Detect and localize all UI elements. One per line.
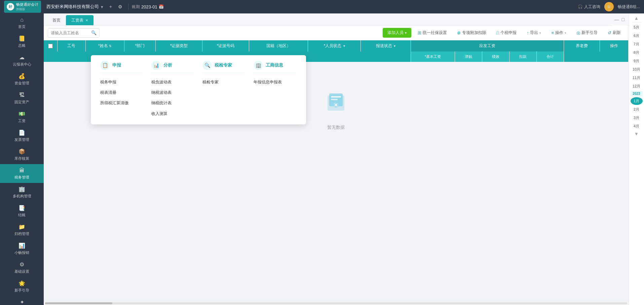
logo-sub: 旗舰版 <box>16 7 38 11</box>
cal-month-3[interactable]: 3月 <box>631 114 643 122</box>
guide-button[interactable]: ◎ 新手引导 <box>573 28 601 37</box>
main-content: 首页 工资表 ✕ 🔍 添加人员 ▾ ⊞ 统一社保设置 ⊕ <box>44 13 629 305</box>
search-input[interactable] <box>51 31 91 35</box>
menu-section-fenxi-header: 📊 分析 <box>151 61 194 73</box>
menu-item-taxburden[interactable]: 税负波动表 <box>151 77 194 87</box>
fund-icon: 💰 <box>18 73 25 79</box>
cal-month-6[interactable]: 6月 <box>631 32 643 40</box>
user-avatar: U <box>604 2 614 11</box>
cal-month-12[interactable]: 12月 <box>631 82 643 90</box>
sidebar-item-ledger[interactable]: 📒 总账 <box>0 32 44 51</box>
app-layout: ⌂ 首页 📒 总账 ☁ 云报表中心 💰 资金管理 🏗 固定资产 💵 工资 📄 发… <box>0 13 644 305</box>
tab-salary[interactable]: 工资表 ✕ <box>66 15 93 25</box>
th-idno: *证据号码 <box>202 40 249 51</box>
taxexpert-title: 税检专家 <box>215 62 232 68</box>
menu-item-annual[interactable]: 年报信息申报表 <box>254 77 297 87</box>
sidebar-item-salary[interactable]: 💵 工资 <box>0 108 44 126</box>
add-company-button[interactable]: ＋ <box>106 2 115 11</box>
sidebar-item-fund[interactable]: 💰 资金管理 <box>0 70 44 89</box>
th-base-salary: *基本工资 <box>411 51 455 62</box>
operate-button[interactable]: ≡ 操作 ▾ <box>547 28 570 37</box>
th-salary-group: 应发工资 <box>411 40 564 51</box>
member-icon: ✦ <box>20 299 24 305</box>
export-button[interactable]: ↑ 导出 ▾ <box>523 28 545 37</box>
maximize-icon[interactable]: □ <box>622 17 624 22</box>
operate-dropdown-icon: ▾ <box>565 31 566 35</box>
guide-label: 新手引导 <box>581 30 598 36</box>
app-logo: 好 畅捷通好会计 旗舰版 <box>4 1 41 13</box>
scrollbar-track[interactable] <box>45 302 627 304</box>
svg-rect-3 <box>331 99 338 100</box>
th-name: *姓名⇅ <box>86 40 124 51</box>
sidebar-item-settings[interactable]: ⚙ 基础设置 <box>0 258 44 277</box>
add-person-button[interactable]: 添加人员 ▾ <box>383 28 411 38</box>
menu-item-taxexpert[interactable]: 税检专家 <box>202 77 245 87</box>
multi-icon: 🏢 <box>18 186 25 192</box>
refresh-button[interactable]: ↺ 刷新 <box>604 28 624 37</box>
settings-icon[interactable]: ⚙ <box>115 2 125 11</box>
filter-status-icon[interactable]: ▾ <box>343 44 345 48</box>
cal-nav-up[interactable]: ▲ <box>632 15 641 22</box>
help-button[interactable]: 🎧 人工咨询 <box>578 4 600 10</box>
guide-icon: 🌟 <box>18 280 25 287</box>
cloud-icon: ☁ <box>19 54 25 61</box>
company-selector[interactable]: 西安虾米网络科技有限公司 ▾ <box>46 4 103 10</box>
calendar-icon[interactable]: 📅 <box>159 4 164 9</box>
tab-close-icon[interactable]: ✕ <box>85 18 88 22</box>
guide-toolbar-icon: ◎ <box>576 30 580 35</box>
tax-report-button[interactable]: □ 个税申报 <box>493 28 520 37</box>
sidebar-item-settle[interactable]: 📑 结账 <box>0 202 44 221</box>
sidebar-item-cloud[interactable]: ☁ 云报表中心 <box>0 51 44 70</box>
period-label: 账期 <box>132 4 140 10</box>
period-value: 2023-01 <box>141 4 157 9</box>
fenxi-title: 分析 <box>163 62 172 68</box>
cal-month-2[interactable]: 2月 <box>631 106 643 113</box>
archive-icon: 📁 <box>18 224 25 230</box>
filter-report-icon[interactable]: ▾ <box>394 44 395 48</box>
sidebar-item-guide[interactable]: 🌟 新手引导 <box>0 277 44 296</box>
tab-home[interactable]: 首页 <box>47 15 66 25</box>
cal-month-11[interactable]: 11月 <box>631 74 643 82</box>
cal-month-1-active[interactable]: 1月 <box>631 97 643 105</box>
th-performance: 绩效 <box>482 51 509 62</box>
taxexpert-icon: 🔍 <box>202 61 212 70</box>
scrollbar-thumb[interactable] <box>45 302 112 304</box>
fenxi-icon: 📊 <box>151 61 161 70</box>
add-person-label: 添加人员 <box>387 30 404 36</box>
cal-month-10[interactable]: 10月 <box>631 66 643 73</box>
cal-nav-down[interactable]: ▼ <box>632 130 641 137</box>
cal-month-8[interactable]: 8月 <box>631 49 643 56</box>
tab-window-controls: — □ <box>612 13 627 26</box>
sidebar-item-member[interactable]: ✦ 畅会员 <box>0 296 44 305</box>
th-allowance: 津贴 <box>455 51 482 62</box>
sidebar-item-home[interactable]: ⌂ 首页 <box>0 13 44 32</box>
menu-item-taxreport[interactable]: 税务申报 <box>100 77 143 87</box>
tab-bar: 首页 工资表 ✕ <box>44 13 629 26</box>
menu-item-income[interactable]: 收入测算 <box>151 109 194 119</box>
cal-month-9[interactable]: 9月 <box>631 57 643 65</box>
sidebar-item-report[interactable]: 📊 小畅报销 <box>0 239 44 258</box>
sidebar-item-multi[interactable]: 🏢 多机构管理 <box>0 183 44 202</box>
th-report: 报送状态▾ <box>361 40 411 51</box>
cal-month-5[interactable]: 5月 <box>631 24 643 31</box>
cal-divider <box>632 22 642 23</box>
sidebar-item-tax[interactable]: 🏛 税务管理 <box>0 164 44 183</box>
menu-item-taxfluct[interactable]: 纳税波动表 <box>151 87 194 98</box>
divider <box>128 3 128 10</box>
sidebar-item-inventory[interactable]: 📦 库存核算 <box>0 145 44 164</box>
right-sidebar-calendar: ▲ 5月 6月 7月 8月 9月 10月 11月 12月 2023 1月 2月 … <box>629 13 644 305</box>
menu-item-incometax[interactable]: 所得税汇算清缴 <box>100 98 143 108</box>
sidebar-item-archive[interactable]: 📁 归档管理 <box>0 221 44 239</box>
cal-month-4[interactable]: 4月 <box>631 122 643 130</box>
user-name[interactable]: 畅捷通B组... <box>618 4 640 10</box>
extra-deduction-button[interactable]: ⊕ 专项附加扣除 <box>453 28 490 37</box>
cal-month-7[interactable]: 7月 <box>631 40 643 48</box>
menu-item-taxlist[interactable]: 税表清册 <box>100 87 143 98</box>
sidebar-item-invoice[interactable]: 📄 发票管理 <box>0 126 44 145</box>
sidebar-item-asset[interactable]: 🏗 固定资产 <box>0 89 44 108</box>
search-wrap: 🔍 <box>48 28 100 38</box>
menu-item-taxstat[interactable]: 纳税统计表 <box>151 98 194 108</box>
select-all-checkbox[interactable] <box>48 44 53 48</box>
minimize-icon[interactable]: — <box>614 17 619 22</box>
social-insurance-button[interactable]: ⊞ 统一社保设置 <box>414 28 451 37</box>
